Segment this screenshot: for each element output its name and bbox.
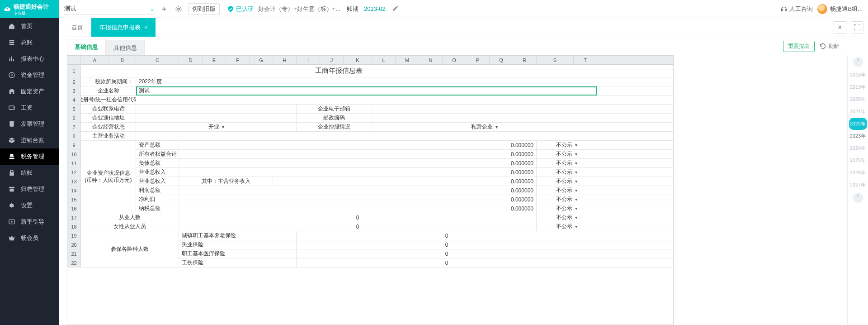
column-header[interactable]: R (513, 56, 537, 64)
select-disclosure-tax_total[interactable]: 不公示 (537, 204, 597, 213)
row-header[interactable]: 13 (67, 177, 81, 186)
select-disclosure-emp[interactable]: 不公示 (537, 213, 597, 222)
sidebar-item-invoice[interactable]: 发票管理 (0, 116, 59, 132)
value-ins_medical[interactable]: 0 (297, 249, 597, 258)
switch-old-button[interactable]: 切到旧版 (188, 3, 220, 15)
year-option[interactable]: 2027年 (849, 179, 867, 191)
select-biz-status[interactable]: 开业 (136, 123, 297, 132)
tab-expand-button[interactable]: ⛶ (851, 21, 863, 34)
subtab-basic[interactable]: 基础信息 (67, 39, 106, 56)
select-disclosure-rev_total[interactable]: 不公示 (537, 177, 597, 186)
close-icon[interactable]: × (144, 24, 147, 31)
sidebar-item-funds[interactable]: ¥ 资金管理 (0, 67, 59, 83)
column-header[interactable]: L (372, 56, 396, 64)
row-header[interactable]: 14 (67, 186, 81, 195)
column-header[interactable]: T (574, 56, 597, 64)
row-header[interactable]: 20 (67, 240, 81, 249)
column-header[interactable]: K (344, 56, 372, 64)
value-female-emp[interactable]: 0 (179, 222, 537, 231)
sidebar-item-settings[interactable]: 设置 (0, 197, 59, 214)
row-header[interactable]: 2 (67, 77, 81, 86)
year-option[interactable]: 2026年 (849, 167, 867, 179)
select-disclosure-profit_total[interactable]: 不公示 (537, 186, 597, 195)
select-disclosure-equity_total[interactable]: 不公示 (537, 150, 597, 159)
row-header[interactable]: 7 (67, 123, 81, 132)
column-header[interactable]: P (466, 56, 490, 64)
select-disclosure-female[interactable]: 不公示 (537, 222, 597, 231)
tab-annual-report[interactable]: 年报信息申报表 × (91, 18, 156, 37)
year-option[interactable]: 2024年 (849, 142, 867, 154)
row-header[interactable]: 19 (67, 231, 81, 240)
column-header[interactable]: N (419, 56, 443, 64)
year-up-button[interactable]: ˄ (853, 57, 863, 67)
sidebar-item-closing[interactable]: 结账 (0, 165, 59, 181)
select-disclosure-net_profit[interactable]: 不公示 (537, 195, 597, 204)
value-ins_unemp[interactable]: 0 (297, 240, 597, 249)
value-net_profit[interactable]: 0.000000 (179, 195, 537, 204)
column-header[interactable]: B (109, 56, 136, 64)
year-option[interactable]: 2019年 (849, 81, 867, 93)
row-header[interactable]: 21 (67, 249, 81, 258)
column-header[interactable]: H (273, 56, 297, 64)
select-disclosure-rev_total[interactable]: 不公示 (537, 168, 597, 177)
input-main-biz[interactable] (136, 132, 597, 141)
grid-body[interactable]: 1工商年报信息表2税款所属期间：2022年度3企业名称测试4注册号/统一社会信用… (67, 65, 673, 268)
sidebar-item-fixed-assets[interactable]: 固定资产 (0, 83, 59, 100)
column-header[interactable]: G (250, 56, 273, 64)
support-button[interactable]: 人工咨询 (780, 5, 813, 13)
row-header[interactable]: 11 (67, 159, 81, 168)
column-header[interactable]: O (443, 56, 466, 64)
year-option[interactable]: 2022年 (849, 118, 867, 130)
row-header[interactable]: 12 (67, 168, 81, 177)
row-header[interactable]: 10 (67, 150, 81, 159)
row-header[interactable]: 8 (67, 132, 81, 141)
column-header[interactable]: D (179, 56, 203, 64)
input-postcode[interactable] (372, 114, 597, 123)
column-header[interactable]: F (226, 56, 250, 64)
add-button[interactable] (159, 4, 169, 14)
sidebar-item-salary[interactable]: 工资 (0, 100, 59, 116)
column-header[interactable]: M (396, 56, 419, 64)
year-option[interactable]: 2018年 (849, 69, 867, 81)
input-phone[interactable] (136, 105, 297, 114)
row-header[interactable]: 18 (67, 222, 81, 231)
input-reg-code[interactable] (136, 96, 597, 105)
row-header[interactable]: 1 (67, 65, 81, 77)
value-liab_total[interactable]: 0.000000 (179, 159, 537, 168)
column-header[interactable]: Q (490, 56, 513, 64)
sidebar-item-inventory[interactable]: 进销台账 (0, 132, 59, 148)
user-menu[interactable]: 畅捷通B组... (817, 4, 863, 14)
column-header[interactable]: C (136, 56, 179, 64)
input-address[interactable] (136, 114, 297, 123)
value-ins_injury[interactable]: 0 (297, 258, 597, 268)
select-holding[interactable]: 私营企业 (372, 123, 597, 132)
input-company-name[interactable]: 测试 (136, 86, 597, 96)
sidebar-item-guide[interactable]: 新手引导 (0, 214, 59, 230)
select-disclosure-asset_total[interactable]: 不公示 (537, 141, 597, 150)
row-header[interactable]: 3 (67, 86, 81, 96)
settings-button[interactable] (174, 4, 184, 14)
sidebar-item-ledger[interactable]: 总账 (0, 34, 59, 51)
subtab-other[interactable]: 其他信息 (106, 40, 145, 56)
reset-report-button[interactable]: 重置报表 (783, 41, 815, 52)
company-select[interactable]: 测试 ⌄ (64, 3, 155, 15)
value-emp-count[interactable]: 0 (179, 213, 537, 222)
year-down-button[interactable]: ˅ (853, 193, 863, 203)
row-header[interactable]: 4 (67, 96, 81, 105)
spreadsheet[interactable]: ABCDEFGHIJKLMNOPQRST 1工商年报信息表2税款所属期间：202… (67, 55, 674, 325)
sidebar-item-home[interactable]: 首页 (0, 18, 59, 34)
row-header[interactable]: 6 (67, 114, 81, 123)
value-tax_total[interactable]: 0.000000 (179, 204, 537, 213)
sidebar-item-archive[interactable]: 归档管理 (0, 181, 59, 197)
select-disclosure-liab_total[interactable]: 不公示 (537, 159, 597, 168)
row-header[interactable]: 16 (67, 204, 81, 213)
value-ins_pension[interactable]: 0 (297, 231, 597, 240)
row-header[interactable]: 15 (67, 195, 81, 204)
row-header[interactable]: 17 (67, 213, 81, 222)
input-email[interactable] (372, 105, 597, 114)
row-header[interactable]: 22 (67, 258, 81, 268)
value-rev_total[interactable]: 0.000000 (273, 177, 537, 186)
tab-home[interactable]: 首页 (63, 18, 91, 37)
value-asset_total[interactable]: 0.000000 (179, 141, 537, 150)
row-header[interactable]: 9 (67, 141, 81, 150)
